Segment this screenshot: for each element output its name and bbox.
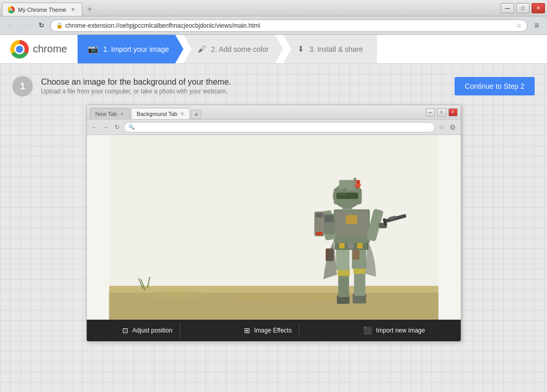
address-bar-row: ← → ↻ 🔒 chrome-extension://oehpjpccmlcal… bbox=[0, 16, 547, 35]
preview-tab-newtab[interactable]: New Tab ✕ bbox=[90, 108, 130, 119]
preview-maximize[interactable]: □ bbox=[437, 108, 446, 116]
svg-rect-19 bbox=[357, 242, 363, 248]
active-tab[interactable]: My Chrome Theme ✕ bbox=[2, 3, 82, 16]
svg-rect-38 bbox=[337, 193, 346, 195]
step3-label: 3. Install & share bbox=[309, 45, 363, 53]
tab-bar: My Chrome Theme ✕ + bbox=[2, 0, 97, 16]
adjust-position-icon: ⊡ bbox=[122, 326, 128, 335]
address-text: chrome-extension://oehpjpccmlcalbenfhnac… bbox=[65, 22, 260, 29]
step-tab-2[interactable]: 🖌 2. Add some color bbox=[183, 35, 283, 64]
bookmark-star-icon[interactable]: ☆ bbox=[516, 22, 522, 29]
svg-rect-18 bbox=[348, 242, 353, 248]
preview-address-row: ← → ↻ 🔍 ☆ ⚙ bbox=[87, 120, 461, 135]
preview-close[interactable]: ✕ bbox=[448, 108, 458, 116]
preview-reload[interactable]: ↻ bbox=[112, 123, 122, 132]
import-new-image-label: Import new image bbox=[376, 327, 425, 334]
new-tab-button[interactable]: + bbox=[83, 3, 96, 16]
address-lock-icon: 🔒 bbox=[56, 22, 63, 29]
import-new-image-button[interactable]: ⬛ Import new image bbox=[356, 323, 432, 338]
adjust-position-label: Adjust position bbox=[133, 327, 173, 334]
preview-tab-newtab-close[interactable]: ✕ bbox=[120, 111, 124, 116]
instruction-subtitle: Upload a file from your computer, or tak… bbox=[41, 88, 446, 95]
minimize-button[interactable]: — bbox=[501, 3, 514, 13]
boba-fett-illustration bbox=[87, 135, 461, 320]
chrome-logo-text: chrome bbox=[33, 43, 67, 55]
svg-rect-33 bbox=[316, 232, 322, 236]
svg-point-40 bbox=[342, 188, 347, 192]
svg-rect-14 bbox=[336, 248, 349, 270]
tab-label: My Chrome Theme bbox=[18, 7, 66, 13]
new-preview-tab-button[interactable]: + bbox=[191, 110, 201, 119]
svg-point-4 bbox=[235, 292, 344, 302]
back-button[interactable]: ← bbox=[4, 19, 16, 32]
chrome-logo-icon bbox=[10, 40, 29, 58]
svg-rect-41 bbox=[353, 178, 356, 189]
svg-rect-45 bbox=[352, 250, 359, 260]
svg-rect-0 bbox=[109, 135, 438, 297]
window-frame: My Chrome Theme ✕ + — □ ✕ ← → ↻ 🔒 chrome… bbox=[0, 0, 547, 392]
preview-tab-bgtab[interactable]: Background Tab ✕ bbox=[131, 108, 190, 119]
continue-button[interactable]: Continue to Step 2 bbox=[455, 77, 535, 95]
preview-address-input[interactable]: 🔍 bbox=[124, 122, 435, 132]
svg-rect-22 bbox=[346, 215, 357, 224]
image-effects-button[interactable]: ⊞ Image Effects bbox=[237, 323, 299, 338]
preview-bookmark[interactable]: ☆ bbox=[437, 123, 446, 132]
preview-bottom-toolbar: ⊡ Adjust position ⊞ Image Effects ⬛ Impo… bbox=[87, 320, 461, 341]
svg-rect-32 bbox=[315, 213, 323, 218]
instruction-text: Choose an image for the background of yo… bbox=[41, 77, 446, 95]
step1-label: 1. Import your image bbox=[103, 45, 169, 53]
preview-tab-bgtab-label: Background Tab bbox=[137, 111, 177, 117]
menu-button[interactable]: ≡ bbox=[531, 19, 543, 32]
address-bar[interactable]: 🔒 chrome-extension://oehpjpccmlcalbenfhn… bbox=[50, 19, 527, 32]
preview-tab-newtab-label: New Tab bbox=[96, 111, 118, 117]
preview-menu[interactable]: ⚙ bbox=[448, 123, 458, 132]
preview-minimize[interactable]: — bbox=[426, 108, 435, 116]
svg-rect-17 bbox=[339, 242, 345, 248]
svg-rect-43 bbox=[355, 184, 361, 186]
import-icon: ⬛ bbox=[363, 326, 372, 335]
adjust-position-button[interactable]: ⊡ Adjust position bbox=[115, 323, 180, 338]
preview-tab-bgtab-close[interactable]: ✕ bbox=[180, 111, 184, 116]
window-controls: — □ ✕ bbox=[501, 3, 545, 13]
step2-label: 2. Add some color bbox=[211, 45, 269, 53]
preview-tabs: New Tab ✕ Background Tab ✕ + bbox=[90, 105, 426, 119]
step2-icon: 🖌 bbox=[198, 45, 206, 54]
preview-title-bar: New Tab ✕ Background Tab ✕ + — □ ✕ bbox=[87, 105, 461, 120]
preview-search-icon: 🔍 bbox=[128, 124, 135, 130]
title-bar: My Chrome Theme ✕ + — □ ✕ bbox=[0, 0, 547, 16]
close-button[interactable]: ✕ bbox=[532, 3, 545, 13]
step1-icon: 📷 bbox=[88, 44, 98, 54]
preview-content-area bbox=[87, 135, 461, 320]
step-tab-1[interactable]: 📷 1. Import your image bbox=[78, 35, 183, 64]
forward-button[interactable]: → bbox=[20, 19, 32, 32]
step-tab-3[interactable]: ⬇ 3. Install & share bbox=[283, 35, 377, 64]
extension-toolbar: chrome 📷 1. Import your image 🖌 2. Add s… bbox=[0, 35, 547, 64]
instruction-row: 1 Choose an image for the background of … bbox=[12, 76, 535, 96]
image-effects-icon: ⊞ bbox=[244, 326, 250, 335]
main-content: 1 Choose an image for the background of … bbox=[0, 64, 547, 392]
reload-button[interactable]: ↻ bbox=[35, 19, 47, 32]
svg-rect-39 bbox=[339, 180, 355, 190]
preview-back[interactable]: ← bbox=[90, 123, 99, 132]
tab-favicon bbox=[8, 6, 15, 13]
step3-icon: ⬇ bbox=[297, 44, 304, 54]
chrome-logo: chrome bbox=[10, 40, 67, 58]
step-circle: 1 bbox=[12, 76, 33, 96]
step-tabs: 📷 1. Import your image 🖌 2. Add some col… bbox=[78, 35, 378, 64]
preview-window-controls: — □ ✕ bbox=[426, 108, 458, 116]
maximize-button[interactable]: □ bbox=[516, 3, 530, 13]
preview-window: New Tab ✕ Background Tab ✕ + — □ ✕ bbox=[86, 105, 461, 342]
svg-point-3 bbox=[140, 291, 212, 299]
instruction-title: Choose an image for the background of yo… bbox=[41, 77, 446, 87]
preview-forward[interactable]: → bbox=[101, 123, 110, 132]
tab-close-button[interactable]: ✕ bbox=[69, 6, 77, 13]
image-effects-label: Image Effects bbox=[254, 327, 292, 334]
